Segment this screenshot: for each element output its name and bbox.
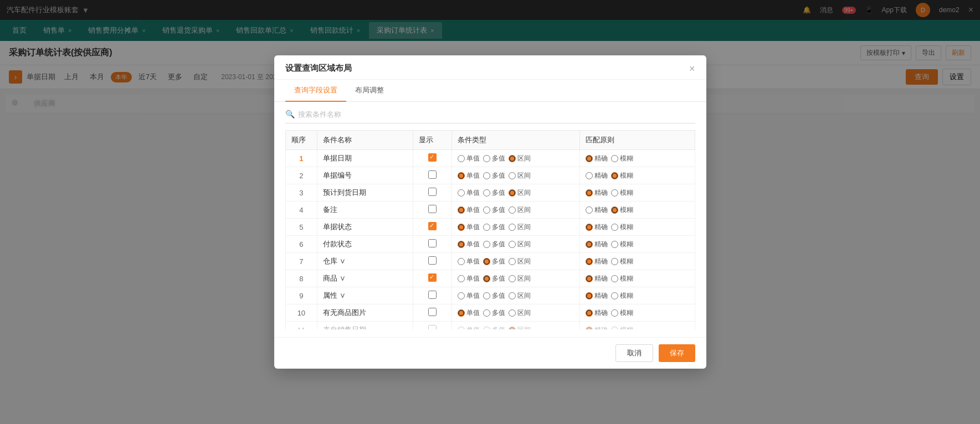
checkbox-10[interactable]: [428, 308, 437, 316]
row-match-9[interactable]: 精确模糊: [579, 287, 695, 304]
row-show-1[interactable]: [413, 150, 451, 167]
radio-type-区间-1[interactable]: 区间: [509, 154, 531, 163]
radio-type-多值-4[interactable]: 多值: [483, 205, 505, 215]
row-show-5[interactable]: [413, 219, 451, 236]
radio-match-精确-7[interactable]: 精确: [586, 257, 608, 266]
row-type-7[interactable]: 单值多值区间: [451, 253, 579, 270]
radio-type-单值-10[interactable]: 单值: [458, 308, 480, 318]
radio-match-模糊-10[interactable]: 模糊: [611, 308, 633, 318]
row-type-6[interactable]: 单值多值区间: [451, 236, 579, 253]
radio-match-精确-4[interactable]: 精确: [586, 205, 608, 215]
radio-match-模糊-7[interactable]: 模糊: [611, 257, 633, 266]
radio-match-模糊-4[interactable]: 模糊: [611, 205, 633, 215]
radio-match-模糊-5[interactable]: 模糊: [611, 223, 633, 232]
row-show-10[interactable]: [413, 304, 451, 322]
radio-type-单值-11[interactable]: 单值: [458, 325, 480, 330]
radio-match-精确-3[interactable]: 精确: [586, 188, 608, 198]
radio-type-区间-4[interactable]: 区间: [509, 205, 531, 215]
radio-match-精确-6[interactable]: 精确: [586, 240, 608, 249]
row-type-3[interactable]: 单值多值区间: [451, 184, 579, 201]
radio-match-精确-2[interactable]: 精确: [586, 171, 608, 180]
radio-match-模糊-8[interactable]: 模糊: [611, 274, 633, 283]
row-show-7[interactable]: [413, 253, 451, 270]
row-match-2[interactable]: 精确模糊: [579, 167, 695, 184]
radio-type-多值-10[interactable]: 多值: [483, 308, 505, 318]
checkbox-checked-5[interactable]: [428, 222, 437, 230]
cancel-button[interactable]: 取消: [615, 344, 653, 362]
row-show-8[interactable]: [413, 270, 451, 287]
radio-type-单值-1[interactable]: 单值: [458, 154, 480, 163]
row-show-4[interactable]: [413, 201, 451, 219]
radio-type-多值-6[interactable]: 多值: [483, 240, 505, 249]
checkbox-3[interactable]: [428, 188, 437, 196]
radio-type-区间-2[interactable]: 区间: [509, 171, 531, 180]
row-match-7[interactable]: 精确模糊: [579, 253, 695, 270]
dialog-tab-layout[interactable]: 布局调整: [346, 80, 393, 102]
checkbox-7[interactable]: [428, 256, 437, 265]
row-type-9[interactable]: 单值多值区间: [451, 287, 579, 304]
checkbox-checked-8[interactable]: [428, 273, 437, 282]
radio-type-单值-2[interactable]: 单值: [458, 171, 480, 180]
radio-type-区间-3[interactable]: 区间: [509, 188, 531, 198]
radio-type-多值-2[interactable]: 多值: [483, 171, 505, 180]
radio-type-区间-7[interactable]: 区间: [509, 257, 531, 266]
checkbox-6[interactable]: [428, 239, 437, 247]
checkbox-2[interactable]: [428, 170, 437, 179]
radio-type-区间-11[interactable]: 区间: [509, 325, 531, 330]
row-match-11[interactable]: 精确模糊: [579, 322, 695, 330]
row-type-1[interactable]: 单值多值区间: [451, 150, 579, 167]
radio-type-多值-8[interactable]: 多值: [483, 274, 505, 283]
radio-type-单值-8[interactable]: 单值: [458, 274, 480, 283]
row-type-4[interactable]: 单值多值区间: [451, 201, 579, 219]
radio-type-区间-9[interactable]: 区间: [509, 291, 531, 301]
radio-match-模糊-11[interactable]: 模糊: [611, 325, 633, 330]
row-show-6[interactable]: [413, 236, 451, 253]
radio-type-多值-9[interactable]: 多值: [483, 291, 505, 301]
radio-type-多值-7[interactable]: 多值: [483, 257, 505, 266]
table-scroll[interactable]: 顺序 条件名称 显示 条件类型 匹配原则 1单据日期单值多值区间精确模糊2单据编…: [285, 130, 695, 329]
row-match-8[interactable]: 精确模糊: [579, 270, 695, 287]
radio-type-单值-4[interactable]: 单值: [458, 205, 480, 215]
row-type-2[interactable]: 单值多值区间: [451, 167, 579, 184]
row-type-8[interactable]: 单值多值区间: [451, 270, 579, 287]
radio-match-精确-8[interactable]: 精确: [586, 274, 608, 283]
row-type-11[interactable]: 单值多值区间: [451, 322, 579, 330]
radio-match-模糊-6[interactable]: 模糊: [611, 240, 633, 249]
radio-match-精确-5[interactable]: 精确: [586, 223, 608, 232]
radio-type-区间-5[interactable]: 区间: [509, 223, 531, 232]
row-match-6[interactable]: 精确模糊: [579, 236, 695, 253]
row-show-9[interactable]: [413, 287, 451, 304]
search-input[interactable]: [298, 110, 409, 118]
radio-type-单值-3[interactable]: 单值: [458, 188, 480, 198]
row-match-10[interactable]: 精确模糊: [579, 304, 695, 322]
checkbox-checked-1[interactable]: [428, 153, 437, 162]
save-button[interactable]: 保存: [659, 344, 695, 362]
row-show-11[interactable]: [413, 322, 451, 330]
row-match-5[interactable]: 精确模糊: [579, 219, 695, 236]
radio-match-精确-10[interactable]: 精确: [586, 308, 608, 318]
radio-type-单值-6[interactable]: 单值: [458, 240, 480, 249]
row-show-3[interactable]: [413, 184, 451, 201]
row-match-1[interactable]: 精确模糊: [579, 150, 695, 167]
radio-type-单值-5[interactable]: 单值: [458, 223, 480, 232]
radio-type-区间-6[interactable]: 区间: [509, 240, 531, 249]
radio-match-模糊-9[interactable]: 模糊: [611, 291, 633, 301]
row-show-2[interactable]: [413, 167, 451, 184]
radio-match-模糊-2[interactable]: 模糊: [611, 171, 633, 180]
row-type-10[interactable]: 单值多值区间: [451, 304, 579, 322]
row-match-3[interactable]: 精确模糊: [579, 184, 695, 201]
radio-type-区间-10[interactable]: 区间: [509, 308, 531, 318]
dialog-close-button[interactable]: ×: [689, 64, 695, 74]
radio-match-精确-11[interactable]: 精确: [586, 325, 608, 330]
radio-match-精确-1[interactable]: 精确: [586, 154, 608, 163]
radio-match-精确-9[interactable]: 精确: [586, 291, 608, 301]
radio-type-多值-5[interactable]: 多值: [483, 223, 505, 232]
radio-type-单值-7[interactable]: 单值: [458, 257, 480, 266]
dialog-tab-fields[interactable]: 查询字段设置: [285, 80, 346, 102]
row-match-4[interactable]: 精确模糊: [579, 201, 695, 219]
row-type-5[interactable]: 单值多值区间: [451, 219, 579, 236]
radio-type-多值-3[interactable]: 多值: [483, 188, 505, 198]
radio-type-多值-1[interactable]: 多值: [483, 154, 505, 163]
radio-type-多值-11[interactable]: 多值: [483, 325, 505, 330]
radio-match-模糊-1[interactable]: 模糊: [611, 154, 633, 163]
